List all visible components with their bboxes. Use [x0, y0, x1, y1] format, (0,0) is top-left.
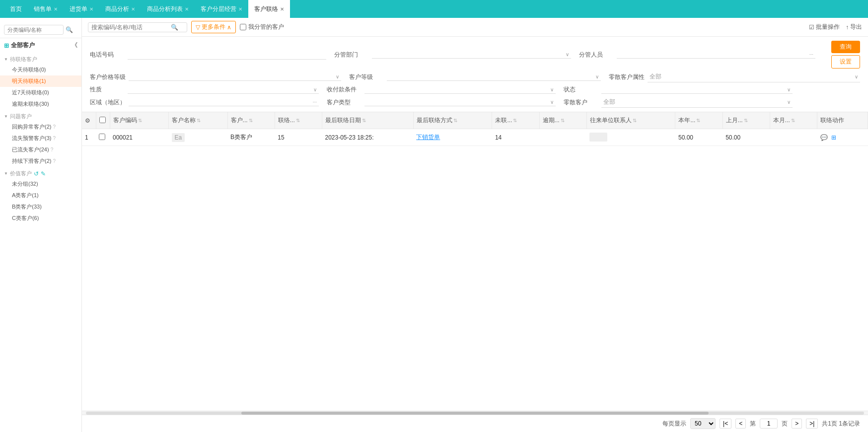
- filter-manager: 分管人员 ···: [579, 51, 815, 59]
- select-all-checkbox[interactable]: [99, 117, 106, 123]
- sidebar-search-icon[interactable]: 🔍: [66, 26, 73, 33]
- export-button[interactable]: ↑ 导出: [846, 23, 862, 31]
- sort-icon[interactable]: ⇅: [696, 118, 700, 123]
- nav-product-analysis[interactable]: 商品分析 ✕: [99, 0, 141, 18]
- sidebar-repurchase-abnormal[interactable]: 回购异常客户(2) ?: [0, 121, 81, 133]
- th-checkbox[interactable]: [96, 112, 110, 129]
- close-icon[interactable]: ✕: [89, 6, 93, 12]
- content-area: 🔍 ▽ 更多条件 ∧ 我分管的客户 ☑ 批量操作 ↑ 导出: [82, 18, 868, 432]
- filter-phone: 电话号码: [90, 50, 326, 60]
- last-page-button[interactable]: >|: [806, 419, 818, 429]
- reset-button[interactable]: 设置: [831, 55, 860, 69]
- my-customer-checkbox-wrap[interactable]: 我分管的客户: [240, 23, 284, 31]
- sidebar-declining[interactable]: 持续下滑客户(2) ?: [0, 155, 81, 167]
- sort-icon[interactable]: ⇅: [197, 118, 201, 123]
- sort-icon[interactable]: ⇅: [296, 118, 300, 123]
- last-method-link[interactable]: 下销货单: [416, 134, 440, 141]
- close-icon[interactable]: ✕: [131, 6, 135, 12]
- nav-customer-tier[interactable]: 客户分层经营 ✕: [195, 0, 248, 18]
- filter-actions: 查询 设置: [831, 41, 860, 69]
- td-index: 1: [82, 129, 96, 146]
- filter-retail-select[interactable]: 全部 ∨: [601, 97, 793, 108]
- page-number-input[interactable]: [760, 419, 778, 429]
- sidebar-overdue-pending[interactable]: 逾期未联络(30): [0, 98, 81, 110]
- filter-price-grade-select[interactable]: ∨: [129, 73, 341, 81]
- nav-home[interactable]: 首页: [4, 0, 28, 18]
- sidebar-today-pending[interactable]: 今天待联络(0): [0, 64, 81, 75]
- close-icon[interactable]: ✕: [185, 6, 189, 12]
- td-name: Ea: [169, 129, 228, 146]
- td-actions[interactable]: 💬 ⊞: [817, 129, 868, 146]
- grid-icon[interactable]: ⊞: [831, 134, 836, 141]
- settings-icon[interactable]: ⚙: [85, 117, 90, 124]
- filter-customer-grade-select[interactable]: ∨: [387, 73, 600, 81]
- close-icon[interactable]: ✕: [238, 6, 242, 12]
- query-button[interactable]: 查询: [831, 41, 860, 53]
- sort-icon[interactable]: ⇅: [138, 118, 142, 123]
- chevron-down-icon: ∨: [336, 74, 339, 79]
- sort-icon[interactable]: ⇅: [791, 118, 795, 123]
- filter-icon: ▽: [196, 24, 200, 31]
- filter-status-select[interactable]: ∨: [601, 86, 793, 94]
- sidebar-group-pending: 待联络客户: [0, 53, 81, 64]
- filter-payment: 收付款条件 ∨: [327, 85, 556, 94]
- sort-icon[interactable]: ⇅: [362, 118, 366, 123]
- search-input[interactable]: [91, 24, 171, 31]
- batch-operation-button[interactable]: ☑ 批量操作: [809, 23, 840, 31]
- nav-product-analysis-list[interactable]: 商品分析列表 ✕: [141, 0, 195, 18]
- sort-icon[interactable]: ⇅: [633, 118, 637, 123]
- sidebar-ungrouped[interactable]: 未分组(32): [0, 178, 81, 190]
- sidebar-week-pending[interactable]: 近7天待联络(0): [0, 87, 81, 98]
- sidebar-class-b[interactable]: B类客户(33): [0, 201, 81, 213]
- sort-icon[interactable]: ⇅: [744, 118, 748, 123]
- table-row: 1 000021 Ea B类客户 15 2023-05-23 18:25: 下销…: [82, 129, 868, 146]
- sort-icon[interactable]: ⇅: [453, 118, 457, 123]
- chevron-down-icon: ∨: [787, 87, 791, 92]
- nav-customer-contact[interactable]: 客户联络 ✕: [248, 0, 290, 18]
- th-settings[interactable]: ⚙: [82, 112, 96, 129]
- sidebar-group-problem: 问题客户: [0, 110, 81, 121]
- sidebar-search-input[interactable]: [4, 25, 64, 35]
- td-unlinked: 14: [492, 129, 539, 146]
- search-icon[interactable]: 🔍: [171, 24, 178, 31]
- sidebar-all-customers[interactable]: ⊞ 全部客户 《: [0, 38, 81, 53]
- filter-retail: 零散客户 全部 ∨: [564, 97, 793, 108]
- td-checkbox[interactable]: [96, 129, 110, 146]
- page-label: 第: [750, 420, 756, 428]
- comment-icon[interactable]: 💬: [820, 134, 828, 141]
- more-filter-button[interactable]: ▽ 更多条件 ∧: [191, 21, 236, 33]
- sort-icon[interactable]: ⇅: [561, 118, 565, 123]
- next-page-button[interactable]: >: [792, 419, 802, 429]
- close-icon[interactable]: ✕: [54, 6, 58, 12]
- td-contact-person: [586, 129, 675, 146]
- filter-nature-label: 性质: [90, 85, 125, 94]
- close-icon[interactable]: ✕: [280, 6, 284, 12]
- filter-nature-select[interactable]: ∨: [128, 86, 319, 94]
- first-page-button[interactable]: |<: [720, 419, 731, 429]
- chevron-down-icon: ∨: [855, 74, 858, 79]
- filter-phone-input[interactable]: [128, 50, 326, 60]
- sidebar-churn-warning[interactable]: 流失预警客户(3) ?: [0, 133, 81, 144]
- filter-retail-attr-select[interactable]: 全部 ∨: [648, 72, 860, 82]
- nav-sales-order[interactable]: 销售单 ✕: [28, 0, 64, 18]
- sort-icon[interactable]: ⇅: [249, 118, 253, 123]
- prev-page-button[interactable]: <: [735, 419, 746, 429]
- filter-dept-select[interactable]: ∨: [372, 51, 571, 59]
- filter-customer-type-select[interactable]: ∨: [364, 98, 556, 106]
- filter-payment-select[interactable]: ∨: [364, 86, 556, 94]
- sort-icon[interactable]: ⇅: [513, 118, 517, 123]
- horizontal-scrollbar[interactable]: [82, 411, 868, 415]
- filter-region-select[interactable]: ···: [129, 98, 319, 106]
- sidebar-churned[interactable]: 已流失客户(24) ?: [0, 144, 81, 155]
- sidebar-class-c[interactable]: C类客户(6): [0, 213, 81, 224]
- sidebar-tomorrow-pending[interactable]: 明天待联络(1): [0, 75, 81, 87]
- my-customer-checkbox[interactable]: [240, 24, 246, 30]
- scrollbar-thumb[interactable]: [241, 412, 708, 415]
- sidebar-class-a[interactable]: A类客户(1): [0, 190, 81, 201]
- nav-purchase-order[interactable]: 进货单 ✕: [64, 0, 99, 18]
- search-wrap: 🔍: [88, 22, 187, 32]
- page-size-label: 每页显示: [662, 420, 686, 428]
- filter-manager-select[interactable]: ···: [617, 51, 815, 59]
- page-size-select[interactable]: 50 100 200: [690, 418, 716, 429]
- chevron-down-icon: ∨: [550, 87, 554, 92]
